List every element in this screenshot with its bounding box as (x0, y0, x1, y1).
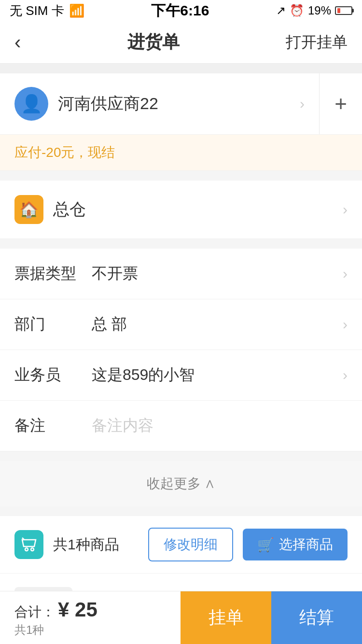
total-amount: ¥ 25 (58, 598, 97, 621)
status-bar: 无 SIM 卡 📶 下午6:16 ↗ ⏰ 19% (0, 0, 362, 21)
collapse-row[interactable]: 收起更多 ∧ (0, 461, 362, 506)
location-icon: ↗ (276, 4, 286, 17)
bottom-bar: 合计： ¥ 25 共1种 挂单 结算 (0, 591, 362, 644)
remark-row[interactable]: 备注 备注内容 (0, 401, 362, 451)
staff-label: 业务员 (14, 364, 92, 386)
checkout-button[interactable]: 结算 (271, 591, 362, 644)
form-section: 票据类型 不开票 › 部门 总 部 › 业务员 这是859的小智 › 备注 备注… (0, 249, 362, 451)
alert-banner: 应付-20元，现结 (0, 135, 362, 171)
dept-label: 部门 (14, 314, 92, 335)
ticket-type-chevron-icon: › (343, 266, 348, 282)
staff-chevron-icon: › (343, 367, 348, 383)
svg-point-0 (25, 548, 28, 551)
dept-row[interactable]: 部门 总 部 › (0, 299, 362, 350)
top-divider (0, 64, 362, 73)
supplier-section: 👤 河南供应商22 › + (0, 73, 362, 135)
warehouse-chevron-icon: › (343, 201, 348, 218)
ticket-type-label: 票据类型 (14, 263, 92, 284)
staff-row[interactable]: 业务员 这是859的小智 › (0, 350, 362, 401)
select-product-icon: 🛒 (257, 537, 274, 553)
add-supplier-button[interactable]: + (320, 73, 362, 134)
open-hang-button[interactable]: 打开挂单 (286, 32, 348, 53)
product-section-icon (14, 530, 43, 559)
edit-detail-button[interactable]: 修改明细 (148, 528, 233, 561)
remark-input[interactable]: 备注内容 (92, 415, 348, 436)
carrier-label: 无 SIM 卡 (10, 2, 64, 19)
total-section: 合计： ¥ 25 共1种 (0, 591, 181, 644)
alarm-icon: ⏰ (290, 4, 304, 17)
warehouse-icon: 🏠 (14, 195, 43, 224)
total-label: 合计： (14, 603, 55, 621)
collapse-label: 收起更多 ∧ (147, 475, 216, 493)
battery-pct: 19% (308, 4, 331, 17)
remark-label: 备注 (14, 415, 92, 436)
back-button[interactable]: ‹ (14, 31, 21, 53)
supplier-avatar: 👤 (14, 87, 48, 121)
warehouse-label: 总仓 (53, 198, 333, 221)
dept-chevron-icon: › (343, 316, 348, 333)
wifi-icon: 📶 (69, 3, 84, 18)
page-title: 进货单 (127, 30, 180, 54)
nav-bar: ‹ 进货单 打开挂单 (0, 21, 362, 64)
supplier-name: 河南供应商22 (58, 93, 290, 115)
status-time: 下午6:16 (151, 1, 209, 21)
status-left: 无 SIM 卡 📶 (10, 2, 84, 19)
product-header: 共1种商品 修改明细 🛒 选择商品 (0, 516, 362, 574)
svg-point-1 (31, 548, 34, 551)
ticket-type-value: 不开票 (92, 263, 343, 284)
cart-icon (20, 536, 38, 553)
warehouse-section: 🏠 总仓 › (0, 181, 362, 239)
ticket-type-row[interactable]: 票据类型 不开票 › (0, 249, 362, 299)
supplier-selector[interactable]: 👤 河南供应商22 › (0, 73, 320, 134)
hang-button[interactable]: 挂单 (181, 591, 271, 644)
status-right: ↗ ⏰ 19% (276, 4, 352, 17)
battery-icon (335, 6, 352, 15)
select-product-label: 选择商品 (279, 535, 333, 554)
avatar-icon: 👤 (21, 94, 42, 114)
select-product-button[interactable]: 🛒 选择商品 (243, 529, 348, 560)
dept-value: 总 部 (92, 314, 343, 335)
product-count-label: 共1种商品 (53, 535, 139, 555)
supplier-chevron-icon: › (300, 96, 305, 112)
staff-value: 这是859的小智 (92, 364, 343, 386)
warehouse-selector[interactable]: 🏠 总仓 › (0, 181, 362, 239)
total-count: 共1种 (14, 622, 166, 638)
